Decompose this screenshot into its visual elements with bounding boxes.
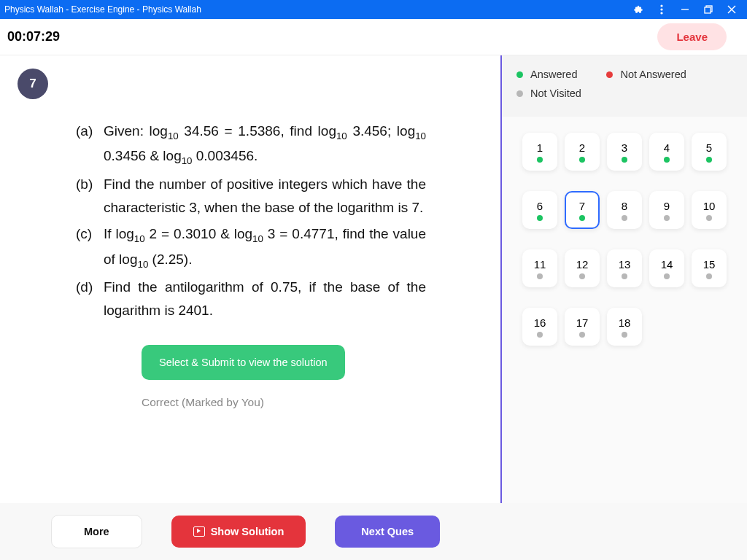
correct-label: Correct (Marked by You)	[142, 396, 493, 409]
submit-button[interactable]: Select & Submit to view the solution	[142, 345, 345, 380]
maximize-icon[interactable]	[703, 4, 713, 15]
status-dot-icon	[579, 157, 585, 163]
palette-question-2[interactable]: 2	[565, 133, 600, 171]
legend: Answered Not Answered Not Visited	[502, 55, 747, 117]
status-dot-icon	[706, 273, 712, 279]
leave-button[interactable]: Leave	[657, 23, 727, 50]
palette-number: 14	[661, 258, 673, 271]
palette-number: 17	[576, 316, 589, 329]
more-button[interactable]: More	[51, 515, 142, 548]
palette-question-3[interactable]: 3	[607, 133, 642, 171]
palette-question-17[interactable]: 17	[565, 308, 600, 346]
status-dot-icon	[537, 273, 543, 279]
part-label: (d)	[76, 276, 104, 323]
part-text: Find the number of positive integers whi…	[104, 173, 426, 220]
palette-question-10[interactable]: 10	[692, 191, 727, 229]
minimize-icon[interactable]	[680, 4, 690, 15]
palette-number: 7	[579, 200, 585, 212]
dot-icon	[516, 71, 523, 78]
palette-number: 2	[579, 141, 585, 154]
main-body: 7 (a)Given: log10 34.56 = 1.5386, find l…	[0, 55, 747, 503]
question-text: (a)Given: log10 34.56 = 1.5386, find log…	[76, 120, 426, 323]
footer-bar: More Show Solution Next Ques	[0, 503, 747, 560]
palette-question-5[interactable]: 5	[692, 133, 727, 171]
palette-number: 18	[619, 316, 631, 329]
status-dot-icon	[537, 157, 543, 163]
status-dot-icon	[622, 332, 627, 338]
status-dot-icon	[579, 273, 585, 279]
extension-icon[interactable]	[633, 4, 643, 15]
palette-number: 13	[619, 258, 631, 271]
part-text: If log10 2 = 0.3010 & log10 3 = 0.4771, …	[104, 222, 426, 273]
palette-number: 8	[622, 200, 627, 212]
window-title: Physics Wallah - Exercise Engine - Physi…	[4, 4, 633, 15]
dot-icon	[516, 90, 523, 97]
palette-question-6[interactable]: 6	[522, 191, 557, 229]
palette-number: 11	[534, 258, 546, 271]
palette-question-12[interactable]: 12	[565, 249, 600, 287]
palette-question-9[interactable]: 9	[649, 191, 684, 229]
palette-question-4[interactable]: 4	[649, 133, 684, 171]
palette-number: 15	[703, 258, 716, 271]
palette-number: 5	[706, 141, 712, 154]
palette-question-1[interactable]: 1	[522, 133, 557, 171]
palette-panel: Answered Not Answered Not Visited 123456…	[502, 55, 747, 503]
timer: 00:07:29	[7, 29, 60, 44]
part-label: (c)	[76, 222, 104, 273]
status-dot-icon	[622, 215, 627, 221]
palette-question-18[interactable]: 18	[607, 308, 642, 346]
part-text: Find the antilogarithm of 0.75, if the b…	[104, 276, 426, 323]
palette-question-8[interactable]: 8	[607, 191, 642, 229]
menu-dots-icon[interactable]	[657, 4, 667, 15]
palette-number: 6	[537, 200, 543, 212]
status-dot-icon	[622, 157, 627, 163]
svg-rect-5	[705, 7, 711, 13]
question-part: (b)Find the number of positive integers …	[76, 173, 426, 220]
question-palette: 123456789101112131415161718	[502, 117, 747, 362]
question-part: (d)Find the antilogarithm of 0.75, if th…	[76, 276, 426, 323]
play-icon	[193, 526, 205, 537]
palette-question-13[interactable]: 13	[607, 249, 642, 287]
question-number-badge: 7	[18, 69, 48, 99]
status-dot-icon	[664, 215, 670, 221]
part-text: Given: log10 34.56 = 1.5386, find log10 …	[104, 120, 426, 170]
palette-number: 4	[664, 141, 670, 154]
status-dot-icon	[579, 215, 585, 221]
window-titlebar: Physics Wallah - Exercise Engine - Physi…	[0, 0, 747, 19]
status-dot-icon	[664, 273, 670, 279]
legend-not-answered: Not Answered	[606, 69, 686, 80]
titlebar-controls	[633, 4, 743, 15]
question-part: (a)Given: log10 34.56 = 1.5386, find log…	[76, 120, 426, 170]
legend-answered: Answered	[516, 69, 577, 80]
palette-question-7[interactable]: 7	[565, 191, 600, 229]
palette-number: 1	[537, 141, 543, 154]
question-panel: 7 (a)Given: log10 34.56 = 1.5386, find l…	[0, 55, 502, 503]
svg-point-0	[660, 4, 662, 7]
part-label: (a)	[76, 120, 104, 170]
top-bar: 00:07:29 Leave	[0, 19, 747, 55]
status-dot-icon	[664, 157, 670, 163]
close-icon[interactable]	[727, 4, 737, 15]
next-question-button[interactable]: Next Ques	[335, 516, 440, 548]
status-dot-icon	[622, 273, 627, 279]
svg-point-2	[660, 12, 662, 14]
palette-number: 16	[534, 316, 546, 329]
palette-number: 9	[664, 200, 670, 212]
palette-number: 10	[703, 200, 716, 212]
palette-question-14[interactable]: 14	[649, 249, 684, 287]
status-dot-icon	[706, 215, 712, 221]
status-dot-icon	[537, 332, 543, 338]
dot-icon	[606, 71, 613, 78]
palette-number: 12	[576, 258, 589, 271]
status-dot-icon	[537, 215, 543, 221]
palette-question-11[interactable]: 11	[522, 249, 557, 287]
status-dot-icon	[706, 157, 712, 163]
status-dot-icon	[579, 332, 585, 338]
palette-question-16[interactable]: 16	[522, 308, 557, 346]
legend-not-visited: Not Visited	[516, 88, 581, 99]
question-part: (c)If log10 2 = 0.3010 & log10 3 = 0.477…	[76, 222, 426, 273]
show-solution-button[interactable]: Show Solution	[171, 516, 306, 548]
palette-question-15[interactable]: 15	[692, 249, 727, 287]
svg-point-1	[660, 8, 662, 10]
palette-number: 3	[622, 141, 627, 154]
